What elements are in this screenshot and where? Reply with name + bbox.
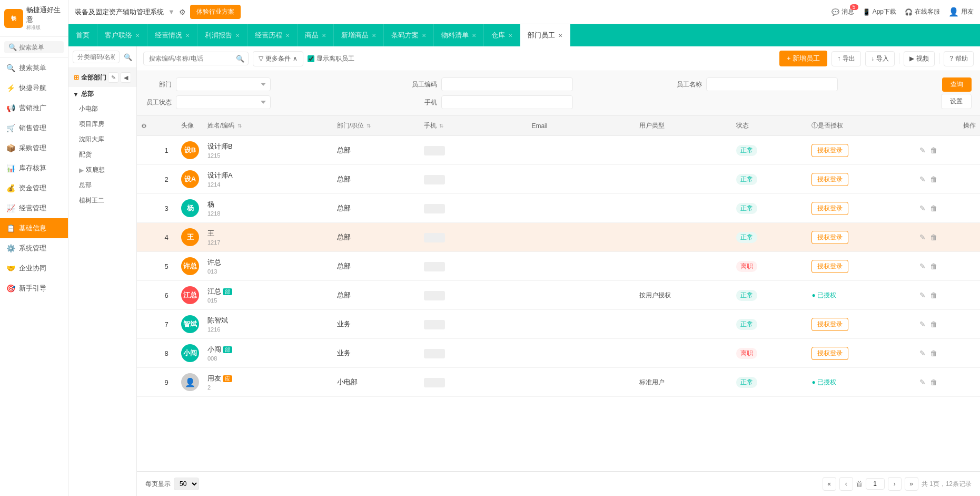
tab-profit[interactable]: 利润报告 ✕ xyxy=(197,24,248,46)
edit-icon[interactable]: ✎ xyxy=(919,175,926,183)
tab-department-close[interactable]: ✕ xyxy=(558,33,562,38)
sidebar-item-quick[interactable]: ⚡ 快捷导航 xyxy=(0,78,68,98)
tree-item-zongbu[interactable]: 总部 xyxy=(68,178,136,193)
help-btn[interactable]: ? 帮助 xyxy=(944,51,974,66)
edit-icon[interactable]: ✎ xyxy=(919,233,926,241)
first-page-btn[interactable]: « xyxy=(823,477,836,491)
tab-customer[interactable]: 客户联络 ✕ xyxy=(97,24,147,46)
tree-item-project[interactable]: 项目库房 xyxy=(68,116,136,132)
edit-icon[interactable]: ✎ xyxy=(919,146,926,154)
page-input[interactable] xyxy=(866,478,885,490)
tab-goods-close[interactable]: ✕ xyxy=(322,33,326,38)
auth-btn[interactable]: 授权登录 xyxy=(811,231,848,244)
delete-icon[interactable]: 🗑 xyxy=(930,349,937,357)
sidebar-search-input[interactable] xyxy=(19,44,60,51)
edit-icon[interactable]: ✎ xyxy=(919,378,926,386)
tab-history[interactable]: 经营历程 ✕ xyxy=(248,24,298,46)
edit-icon[interactable]: ✎ xyxy=(919,349,926,357)
delete-icon[interactable]: 🗑 xyxy=(930,204,937,212)
sidebar-item-purchase[interactable]: 📦 采购管理 xyxy=(0,138,68,158)
dropdown-icon[interactable]: ▼ xyxy=(168,8,175,16)
col-dept[interactable]: 部门/职位 ⇅ xyxy=(333,116,420,136)
message-btn[interactable]: 💬 消息 5 xyxy=(831,7,854,16)
tree-search-icon[interactable]: 🔍 xyxy=(124,53,132,61)
next-page-btn[interactable]: › xyxy=(888,477,902,491)
tree-item-shuangluxiang[interactable]: ▶ 双鹿想 xyxy=(68,162,136,178)
delete-icon[interactable]: 🗑 xyxy=(930,146,937,154)
import-btn[interactable]: ↓ 导入 xyxy=(865,51,895,66)
last-page-btn[interactable]: » xyxy=(905,477,918,491)
tree-item-peihuo[interactable]: 配货 xyxy=(68,147,136,162)
delete-icon[interactable]: 🗑 xyxy=(930,320,937,328)
show-resigned-label[interactable]: 显示离职员工 xyxy=(308,54,354,63)
tab-operation[interactable]: 经营情况 ✕ xyxy=(147,24,197,46)
code-input[interactable] xyxy=(441,77,573,91)
auth-btn[interactable]: 授权登录 xyxy=(811,318,848,331)
tab-operation-close[interactable]: ✕ xyxy=(185,33,190,38)
delete-icon[interactable]: 🗑 xyxy=(930,378,937,386)
online-service-btn[interactable]: 🎧 在线客服 xyxy=(905,7,940,16)
per-page-select[interactable]: 50 xyxy=(174,478,199,490)
edit-icon[interactable]: ✎ xyxy=(919,262,926,270)
auth-btn[interactable]: 授权登录 xyxy=(811,202,848,215)
sidebar-item-marketing[interactable]: 📢 营销推广 xyxy=(0,98,68,118)
status-select[interactable] xyxy=(176,95,271,109)
show-resigned-checkbox[interactable] xyxy=(308,55,314,62)
sidebar-item-guide[interactable]: 🎯 新手引导 xyxy=(0,278,68,298)
more-filters-btn[interactable]: ▽ 更多条件 ∧ xyxy=(253,51,303,66)
tab-warehouse[interactable]: 仓库 ✕ xyxy=(484,24,520,46)
export-btn[interactable]: ↑ 导出 xyxy=(831,51,861,66)
delete-icon[interactable]: 🗑 xyxy=(930,175,937,183)
tab-customer-close[interactable]: ✕ xyxy=(135,33,140,38)
user-btn[interactable]: 👤 用友 xyxy=(948,7,974,17)
delete-icon[interactable]: 🗑 xyxy=(930,262,937,270)
col-settings[interactable]: ⚙ xyxy=(137,116,156,136)
phone-input[interactable] xyxy=(441,95,573,109)
tab-warehouse-close[interactable]: ✕ xyxy=(508,33,512,38)
employee-search-icon[interactable]: 🔍 xyxy=(236,55,244,63)
edit-icon[interactable]: ✎ xyxy=(919,291,926,299)
edit-icon[interactable]: ✎ xyxy=(919,204,926,212)
auth-btn[interactable]: 授权登录 xyxy=(811,173,848,186)
sidebar-item-system[interactable]: ⚙️ 系统管理 xyxy=(0,238,68,258)
trial-button[interactable]: 体验行业方案 xyxy=(190,5,241,19)
dept-select[interactable] xyxy=(176,77,271,91)
tab-department[interactable]: 部门员工 ✕ xyxy=(520,24,570,46)
edit-icon[interactable]: ✎ xyxy=(919,320,926,328)
col-name[interactable]: 姓名/编码 ⇅ xyxy=(203,116,333,136)
tab-material-close[interactable]: ✕ xyxy=(472,33,476,38)
tree-group-headquarter[interactable]: ▼ 总部 xyxy=(68,87,136,101)
set-btn[interactable]: 设置 xyxy=(941,94,972,109)
sidebar-item-cooperate[interactable]: 🤝 企业协同 xyxy=(0,258,68,278)
sidebar-item-sales[interactable]: 🛒 销售管理 xyxy=(0,118,68,138)
tab-newgoods-close[interactable]: ✕ xyxy=(372,33,376,38)
tab-home[interactable]: 首页 xyxy=(68,24,97,46)
tab-goods[interactable]: 商品 ✕ xyxy=(298,24,334,46)
app-download-btn[interactable]: 📱 App下载 xyxy=(863,7,896,16)
tab-history-close[interactable]: ✕ xyxy=(285,33,290,38)
tree-item-shenyang[interactable]: 沈阳大库 xyxy=(68,132,136,147)
sidebar-item-operation[interactable]: 📈 经营管理 xyxy=(0,198,68,218)
view-btn[interactable]: ▶ 视频 xyxy=(904,51,935,66)
add-employee-btn[interactable]: + 新增员工 xyxy=(779,51,827,66)
tab-material[interactable]: 物料清单 ✕ xyxy=(434,24,484,46)
tab-profit-close[interactable]: ✕ xyxy=(235,33,240,38)
tab-newgoods[interactable]: 新增商品 ✕ xyxy=(334,24,384,46)
prev-page-btn[interactable]: ‹ xyxy=(839,477,853,491)
gear-btn[interactable]: ⚙ xyxy=(179,8,186,16)
tree-collapse-btn[interactable]: ◀ xyxy=(121,72,131,83)
employee-search-input[interactable] xyxy=(143,52,249,65)
auth-btn[interactable]: 授权登录 xyxy=(811,260,848,273)
tree-search-input[interactable] xyxy=(73,51,120,63)
tab-barcode[interactable]: 条码方案 ✕ xyxy=(384,24,434,46)
tree-item-xiaodian[interactable]: 小电部 xyxy=(68,101,136,116)
auth-btn[interactable]: 授权登录 xyxy=(811,347,848,360)
sidebar-item-basic[interactable]: 📋 基础信息 xyxy=(0,218,68,238)
tree-edit-btn[interactable]: ✎ xyxy=(108,72,118,83)
sidebar-item-finance[interactable]: 💰 资金管理 xyxy=(0,178,68,198)
tab-barcode-close[interactable]: ✕ xyxy=(422,33,426,38)
sidebar-item-inventory[interactable]: 📊 库存核算 xyxy=(0,158,68,178)
query-btn[interactable]: 查询 xyxy=(942,77,972,92)
col-phone[interactable]: 手机 ⇅ xyxy=(420,116,528,136)
delete-icon[interactable]: 🗑 xyxy=(930,233,937,241)
